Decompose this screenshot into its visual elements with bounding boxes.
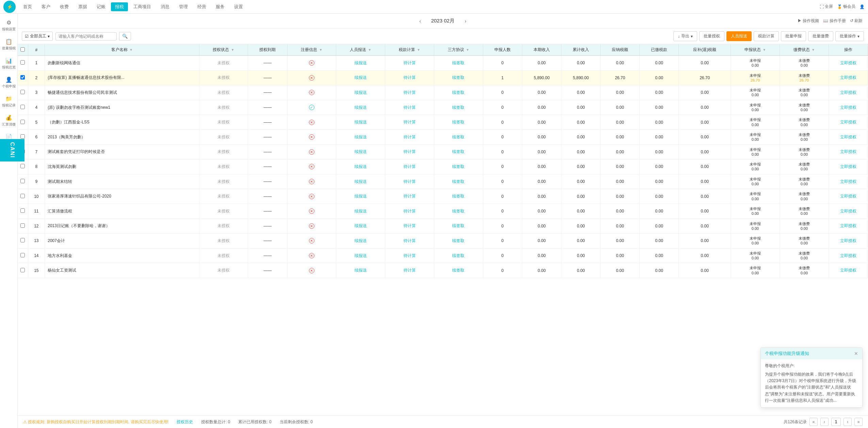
sidebar-item-remit-tax[interactable]: 💰汇算清缴 [1, 112, 16, 129]
operation-video-link[interactable]: ▶ 操作视频 [798, 18, 819, 24]
export-btn[interactable]: ↓ 导出 ▾ [673, 31, 697, 41]
pay-status-filter-icon[interactable]: ▼ [812, 48, 815, 52]
tax-calc-link[interactable]: 待计算 [404, 194, 416, 199]
person-send-link[interactable]: 续报送 [355, 194, 367, 199]
action-link[interactable]: 立即授权 [840, 120, 856, 124]
action-link[interactable]: 立即授权 [840, 194, 856, 199]
action-link[interactable]: 立即授权 [840, 223, 856, 228]
person-send-link[interactable]: 续报送 [355, 209, 367, 213]
prev-page-btn[interactable]: ‹ [820, 418, 829, 426]
action-link[interactable]: 立即授权 [840, 135, 856, 139]
nav-item-消息[interactable]: 消息 [157, 2, 174, 11]
triparty-link[interactable]: 续签取 [452, 149, 464, 154]
person-send-link[interactable]: 续报送 [355, 75, 367, 80]
user-icon[interactable]: 👤 [859, 4, 865, 9]
triparty-filter-icon[interactable]: ▼ [466, 48, 469, 52]
nav-item-经营[interactable]: 经营 [193, 2, 210, 11]
tax-calc-link[interactable]: 待计算 [404, 253, 416, 258]
action-link[interactable]: 立即授权 [840, 75, 856, 80]
tax-calc-link[interactable]: 待计算 [404, 90, 416, 95]
row-checkbox[interactable] [20, 208, 25, 213]
search-button[interactable]: 🔍 [119, 32, 131, 40]
nav-item-报税[interactable]: 报税 [111, 2, 128, 11]
nav-item-工商项目[interactable]: 工商项目 [129, 2, 155, 11]
nav-item-记账[interactable]: 记账 [93, 2, 110, 11]
person-send-link[interactable]: 续报送 [355, 164, 367, 169]
select-all-checkbox[interactable] [20, 47, 25, 52]
row-checkbox[interactable] [20, 75, 25, 80]
auth-status-filter-icon[interactable]: ▼ [231, 48, 234, 52]
tax-calc-link[interactable]: 待计算 [404, 268, 416, 273]
tax-calc-link[interactable]: 待计算 [404, 223, 416, 228]
row-checkbox[interactable] [20, 164, 25, 168]
row-checkbox[interactable] [20, 253, 25, 257]
triparty-link[interactable]: 续签取 [452, 179, 464, 184]
triparty-link[interactable]: 续签取 [452, 268, 464, 273]
personal-send-btn[interactable]: 人员报送 [726, 31, 752, 41]
triparty-link[interactable]: 续签取 [452, 253, 464, 258]
nav-item-设置[interactable]: 设置 [230, 2, 247, 11]
sidebar-item-bulk-tax[interactable]: 📋批量报税 [1, 35, 16, 53]
triparty-link[interactable]: 续签取 [452, 194, 464, 199]
first-page-btn[interactable]: « [809, 418, 818, 426]
cani-badge[interactable]: CANI [0, 139, 24, 161]
person-send-link[interactable]: 续报送 [355, 61, 367, 65]
nav-item-首页[interactable]: 首页 [19, 2, 36, 11]
sidebar-item-tax-settings[interactable]: ⚙报税设置 [1, 16, 16, 34]
sidebar-item-personal-tax[interactable]: 👤个税申报 [1, 73, 16, 91]
row-checkbox[interactable] [20, 194, 25, 198]
person-send-link[interactable]: 续报送 [355, 120, 367, 124]
name-filter-icon[interactable]: ▼ [129, 48, 133, 52]
triparty-link[interactable]: 续签取 [452, 61, 464, 65]
person-send-link[interactable]: 续报送 [355, 223, 367, 228]
row-checkbox[interactable] [20, 238, 25, 242]
triparty-link[interactable]: 续签取 [452, 135, 464, 139]
next-month-btn[interactable]: › [461, 17, 470, 25]
action-link[interactable]: 立即授权 [840, 105, 856, 110]
employee-filter-select[interactable]: ☑ 全部员工 ▾ [22, 32, 53, 41]
triparty-link[interactable]: 续签取 [452, 164, 464, 169]
triparty-link[interactable]: 续签取 [452, 75, 464, 80]
tax-calc-link[interactable]: 待计算 [404, 135, 416, 139]
tax-calc-btn[interactable]: 税款计算 [754, 31, 779, 41]
search-input[interactable] [55, 32, 117, 40]
tax-calc-filter-icon[interactable]: ▼ [417, 48, 420, 52]
action-link[interactable]: 立即授权 [840, 179, 856, 184]
tax-calc-link[interactable]: 待计算 [404, 238, 416, 243]
fullscreen-btn[interactable]: ⛶ 全屏 [820, 4, 833, 10]
triparty-link[interactable]: 续签取 [452, 223, 464, 228]
nav-item-票据[interactable]: 票据 [74, 2, 91, 11]
col-header-checkbox[interactable] [18, 44, 28, 56]
row-checkbox[interactable] [20, 105, 25, 109]
person-send-link[interactable]: 续报送 [355, 238, 367, 243]
notification-close-btn[interactable]: ✕ [854, 351, 858, 356]
last-page-btn[interactable]: » [854, 418, 863, 426]
person-send-link[interactable]: 续报送 [355, 149, 367, 154]
nav-item-收费[interactable]: 收费 [56, 2, 73, 11]
row-checkbox[interactable] [20, 134, 25, 139]
tax-calc-link[interactable]: 待计算 [404, 164, 416, 169]
sidebar-item-tax-overview[interactable]: 📊报税总览 [1, 54, 16, 72]
tax-calc-link[interactable]: 待计算 [404, 61, 416, 65]
action-link[interactable]: 立即授权 [840, 253, 856, 258]
row-checkbox[interactable] [20, 179, 25, 183]
row-checkbox[interactable] [20, 90, 25, 94]
action-link[interactable]: 立即授权 [840, 268, 856, 273]
prev-month-btn[interactable]: ‹ [416, 17, 424, 25]
bulk-pay-btn[interactable]: 批量缴费 [808, 31, 833, 41]
refresh-btn[interactable]: ↺ 刷新 [850, 18, 863, 24]
bulk-file-btn[interactable]: 批量申报 [781, 31, 806, 41]
action-link[interactable]: 立即授权 [840, 149, 856, 154]
tax-calc-link[interactable]: 待计算 [404, 149, 416, 154]
person-send-link[interactable]: 续报送 [355, 135, 367, 139]
member-btn[interactable]: 🏅 畅会员 [837, 4, 855, 10]
action-link[interactable]: 立即授权 [840, 61, 856, 65]
action-link[interactable]: 立即授权 [840, 209, 856, 213]
nav-item-服务[interactable]: 服务 [212, 2, 229, 11]
person-send-link[interactable]: 续报送 [355, 268, 367, 273]
triparty-link[interactable]: 续签取 [452, 120, 464, 124]
triparty-link[interactable]: 续签取 [452, 238, 464, 243]
page-number-input[interactable] [831, 418, 841, 426]
tax-calc-link[interactable]: 待计算 [404, 179, 416, 184]
next-page-btn[interactable]: › [844, 418, 852, 426]
